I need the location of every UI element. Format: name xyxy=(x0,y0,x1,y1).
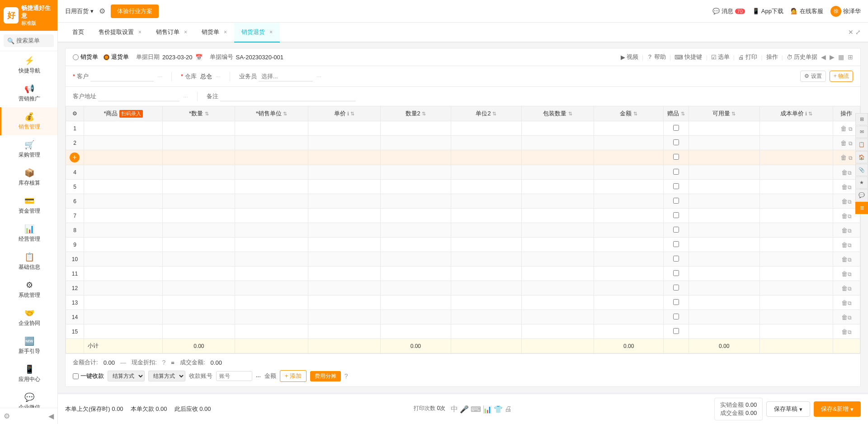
tab-close-price-settings[interactable]: × xyxy=(138,29,142,35)
sidebar-item-base-info[interactable]: 📋 基础信息 xyxy=(0,248,57,276)
app-download-btn[interactable]: 📱 App下载 xyxy=(752,7,783,15)
address-input[interactable] xyxy=(98,91,179,101)
online-service-btn[interactable]: 💁 在线客服 xyxy=(791,7,823,15)
sidebar-search[interactable]: 🔍 搜索菜单 xyxy=(0,31,57,51)
experience-btn[interactable]: 体验行业方案 xyxy=(111,5,159,18)
delete-row-btn[interactable]: 🗑 xyxy=(841,285,848,292)
tab-sales-order[interactable]: 销售订单 × xyxy=(149,23,194,43)
settle-method-select[interactable]: 结算方式 xyxy=(108,371,145,381)
add-row-btn[interactable]: + xyxy=(70,152,80,162)
tool-btn-2[interactable]: 🎤 xyxy=(460,405,469,414)
cost-price-input[interactable] xyxy=(764,125,829,132)
delete-row-btn[interactable]: 🗑 xyxy=(841,212,848,219)
copy-row-btn[interactable]: ⧉ xyxy=(848,271,852,277)
ops-btn[interactable]: 操作 xyxy=(766,53,778,61)
form-settings-btn[interactable]: ⚙ 设置 xyxy=(800,71,826,82)
right-sidebar-btn-6[interactable]: ★ xyxy=(855,176,868,189)
sidebar-collapse-btn[interactable]: ◀ xyxy=(48,412,54,420)
available-input[interactable] xyxy=(693,125,756,132)
sidebar-item-finance[interactable]: 💳 资金管理 xyxy=(0,191,57,219)
scan-btn[interactable]: 扫码录入 xyxy=(119,110,143,118)
copy-row-btn[interactable]: ⧉ xyxy=(848,228,852,234)
right-sidebar-btn-active[interactable]: ⊞ xyxy=(855,202,868,214)
copy-row-btn[interactable]: ⧉ xyxy=(848,184,852,191)
pkg-qty-input[interactable] xyxy=(525,125,590,132)
delete-row-btn[interactable]: 🗑 xyxy=(841,270,848,277)
tab-close-sales-return[interactable]: × xyxy=(269,29,273,35)
add-payment-btn[interactable]: + 添加 xyxy=(280,370,307,382)
video-btn[interactable]: ▶ 视频 xyxy=(621,53,638,61)
sidebar-item-cooperation[interactable]: 🤝 企业协同 xyxy=(0,304,57,332)
search-menu-button[interactable]: 🔍 搜索菜单 xyxy=(4,34,54,47)
date-picker-btn[interactable]: 📅 xyxy=(195,54,203,61)
tab-sales-invoice[interactable]: 销货单 × xyxy=(194,23,234,43)
calc-method-select[interactable]: 结算方式 xyxy=(148,371,185,381)
sidebar-item-guide[interactable]: 🆕 新手引导 xyxy=(0,332,57,360)
grid-view-btn[interactable]: ▦ xyxy=(838,53,844,61)
history-btn[interactable]: ⏱ 历史单据 xyxy=(787,53,817,61)
right-sidebar-btn-3[interactable]: 📋 xyxy=(855,138,868,151)
sidebar-item-quick-nav[interactable]: ⚡ 快捷导航 xyxy=(0,51,57,79)
customer-input[interactable] xyxy=(90,71,154,81)
user-profile-btn[interactable]: 徐 徐泽华 xyxy=(830,6,861,17)
tool-btn-5[interactable]: 👕 xyxy=(494,405,503,414)
tab-sales-return[interactable]: 销货退货 × xyxy=(234,23,280,43)
right-sidebar-btn-4[interactable]: 🏠 xyxy=(855,151,868,163)
tool-btn-6[interactable]: 🖨 xyxy=(505,405,512,414)
price-input[interactable] xyxy=(312,125,377,132)
delete-row-btn[interactable]: 🗑 xyxy=(841,169,848,176)
table-view-btn[interactable]: ⊞ xyxy=(848,53,853,61)
sidebar-item-app-center[interactable]: 📱 应用中心 xyxy=(0,360,57,388)
prev-record-btn[interactable]: ◀ xyxy=(821,53,826,61)
fee-split-btn[interactable]: 费用分摊 xyxy=(310,371,341,381)
gift-checkbox[interactable] xyxy=(673,139,679,145)
unit2-input[interactable] xyxy=(455,125,518,132)
sidebar-item-inventory[interactable]: 📦 库存核算 xyxy=(0,163,57,191)
copy-row-btn[interactable]: ⧉ xyxy=(848,213,852,219)
delete-row-btn[interactable]: 🗑 xyxy=(841,241,848,248)
qty-input[interactable] xyxy=(166,125,231,132)
tool-btn-1[interactable]: 中 xyxy=(451,405,458,414)
amount-input[interactable] xyxy=(598,125,660,132)
salesperson-input[interactable] xyxy=(259,71,313,81)
delete-row-btn[interactable]: 🗑 xyxy=(841,314,848,321)
right-sidebar-btn-5[interactable]: 📎 xyxy=(855,164,868,176)
print-btn[interactable]: 🖨 打印 xyxy=(738,53,757,61)
copy-row-btn[interactable]: ⧉ xyxy=(849,126,853,132)
tab-close-sales-invoice[interactable]: × xyxy=(224,29,227,35)
help-btn[interactable]: ？ 帮助 xyxy=(647,53,666,61)
delete-row-btn[interactable]: 🗑 xyxy=(841,299,848,306)
cash-discount-help-btn[interactable]: ? xyxy=(162,359,166,366)
gift-checkbox[interactable] xyxy=(673,125,679,131)
add-logistics-btn[interactable]: + 物流 xyxy=(830,71,853,82)
delete-row-btn[interactable]: 🗑 xyxy=(841,198,848,205)
sidebar-item-sales[interactable]: 💰 销售管理 xyxy=(0,107,57,135)
tab-price-settings[interactable]: 售价提取设置 × xyxy=(91,23,149,43)
daily-selector[interactable]: 日用百货 ▾ xyxy=(65,7,94,15)
copy-row-btn[interactable]: ⧉ xyxy=(848,286,852,292)
qty2-input[interactable] xyxy=(384,125,447,132)
product-input[interactable] xyxy=(88,125,159,132)
tab-home[interactable]: 首页 xyxy=(65,23,91,43)
copy-row-btn[interactable]: ⧉ xyxy=(848,314,852,321)
copy-row-btn[interactable]: ⧉ xyxy=(848,329,852,335)
topbar-settings-btn[interactable]: ⚙ xyxy=(97,5,107,17)
select-btn[interactable]: ☑ 选单 xyxy=(711,53,730,61)
message-btn[interactable]: 💬 消息 70 xyxy=(712,7,745,15)
next-record-btn[interactable]: ▶ xyxy=(830,53,835,61)
tool-btn-3[interactable]: ⌨ xyxy=(471,405,481,414)
copy-row-btn[interactable]: ⧉ xyxy=(848,199,852,205)
one-click-payment-checkbox[interactable]: 一键收款 xyxy=(73,372,104,380)
delete-row-btn[interactable]: 🗑 xyxy=(841,227,848,234)
shortcut-btn[interactable]: ⌨ 快捷键 xyxy=(675,53,702,61)
right-sidebar-btn-1[interactable]: ⊞ xyxy=(855,113,868,125)
copy-row-btn[interactable]: ⧉ xyxy=(848,242,852,248)
delete-row-btn[interactable]: 🗑 xyxy=(841,328,848,335)
col-settings[interactable]: ⚙ xyxy=(66,106,84,121)
copy-row-btn[interactable]: ⧉ xyxy=(849,140,853,147)
sidebar-item-marketing[interactable]: 📢 营销推广 xyxy=(0,79,57,107)
sidebar-item-operations[interactable]: 📊 经营管理 xyxy=(0,219,57,248)
right-sidebar-btn-2[interactable]: ✉ xyxy=(855,126,868,138)
delete-row-btn[interactable]: 🗑 xyxy=(840,154,847,161)
copy-row-btn[interactable]: ⧉ xyxy=(848,170,852,176)
